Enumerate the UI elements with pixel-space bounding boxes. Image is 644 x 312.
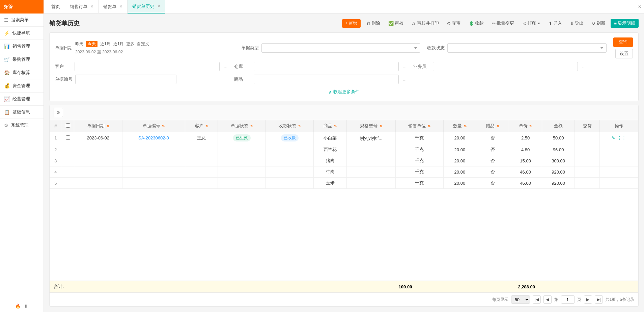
collapse-button[interactable]: ∧ 收起更多条件 — [55, 87, 633, 96]
sidebar-item-sales-mgmt[interactable]: 📊 销售管理 — [0, 40, 44, 53]
next-page-button[interactable]: ▶ — [584, 295, 592, 304]
quantity-sort-icon: ⇅ — [464, 124, 467, 128]
doc-num-cell[interactable] — [122, 144, 185, 155]
col-quantity[interactable]: 数量 ⇅ — [443, 120, 476, 132]
col-gift[interactable]: 赠品 ⇅ — [476, 120, 509, 132]
col-customer[interactable]: 客户 ⇅ — [185, 120, 218, 132]
customer-ellipsis[interactable]: ... — [224, 64, 227, 69]
doc-num-cell[interactable] — [122, 155, 185, 166]
row-num-cell: 5 — [50, 178, 62, 189]
sidebar-item-purchase-mgmt[interactable]: 🛒 采购管理 — [0, 53, 44, 66]
date-range-text: 2023-06-02 至 2023-06-02 — [75, 49, 149, 55]
doc-num-input[interactable] — [75, 75, 176, 84]
week-link[interactable]: 近1周 — [100, 41, 111, 47]
collect-button[interactable]: 💲 收款 — [466, 19, 486, 28]
footer-icon1[interactable]: 🔥 — [15, 304, 21, 309]
per-page-select[interactable]: 50 100 200 — [511, 295, 530, 304]
abandon-button[interactable]: ⊘ 弃审 — [444, 19, 463, 28]
today-link[interactable]: 今天 — [86, 41, 97, 47]
close-sales-goods-tab[interactable]: ✕ — [119, 4, 122, 9]
table-row: 4牛肉千克20.00否46.00920.00 — [50, 166, 638, 178]
export-button[interactable]: ⬇ 导出 — [567, 19, 586, 28]
row-num-cell: 4 — [50, 166, 62, 178]
doc-num-cell[interactable]: SA-20230602-0 — [122, 132, 185, 144]
sidebar-item-label: 搜索菜单 — [11, 17, 29, 23]
batch-change-button[interactable]: ✏ 批量变更 — [489, 19, 517, 28]
prev-page-button[interactable]: ◀ — [543, 295, 552, 304]
audit-button[interactable]: ✅ 审核 — [386, 19, 406, 28]
last-page-button[interactable]: ▶| — [595, 295, 603, 304]
sidebar-item-sys-mgmt[interactable]: ⚙ 系统管理 — [0, 119, 44, 132]
warehouse-ellipsis[interactable]: ... — [403, 64, 407, 69]
salesman-input[interactable] — [433, 62, 578, 71]
goods-ellipsis[interactable]: ... — [403, 77, 407, 82]
table-settings-button[interactable]: ⚙ — [54, 108, 63, 117]
custom-link[interactable]: 自定义 — [137, 41, 149, 47]
import-button[interactable]: ⬆ 导入 — [546, 19, 565, 28]
row-checkbox[interactable] — [66, 135, 70, 140]
col-spec[interactable]: 规格型号 ⇅ — [346, 120, 395, 132]
yesterday-link[interactable]: 昨天 — [75, 41, 83, 47]
sidebar-item-quick-nav[interactable]: ⚡ 快捷导航 — [0, 27, 44, 40]
doc-status-sort-icon: ⇅ — [250, 124, 253, 128]
col-doc-status-label: 单据状态 — [231, 123, 248, 128]
footer-icon2[interactable]: ⏸ — [24, 304, 28, 309]
customer-input[interactable] — [75, 62, 220, 71]
sidebar-item-operations[interactable]: 📈 经营管理 — [0, 93, 44, 106]
close-all-tabs[interactable]: ✕ — [638, 4, 641, 9]
col-doc-status[interactable]: 单据状态 ⇅ — [218, 120, 266, 132]
col-payment-status[interactable]: 收款状态 ⇅ — [266, 120, 314, 132]
doc-type-select[interactable] — [261, 43, 421, 53]
display-detail-button[interactable]: ≡ 显示明细 — [611, 19, 639, 28]
page-input[interactable] — [561, 295, 575, 304]
transaction-cell — [575, 166, 600, 178]
row-checkbox-cell — [62, 166, 74, 178]
goods-input[interactable] — [254, 75, 399, 84]
more-action-btn[interactable]: ⋮⋮ — [617, 135, 626, 140]
sidebar-item-inventory[interactable]: 🏠 库存核算 — [0, 66, 44, 79]
tab-sales-goods-history[interactable]: 销货单历史 ✕ — [128, 0, 165, 14]
first-page-button[interactable]: |◀ — [533, 295, 541, 304]
select-all-checkbox[interactable] — [66, 123, 70, 128]
customer-sort-icon: ⇅ — [205, 124, 208, 128]
settings-button[interactable]: 设置 — [615, 49, 633, 58]
month-link[interactable]: 近1月 — [113, 41, 124, 47]
unit-cell: 千克 — [395, 144, 443, 155]
col-unit[interactable]: 销售单位 ⇅ — [395, 120, 443, 132]
print-button[interactable]: 🖨 打印 ▼ — [520, 19, 543, 28]
table-wrapper: # 单据日期 ⇅ 单据编号 ⇅ — [50, 120, 638, 281]
col-price[interactable]: 单价 ⇅ — [509, 120, 542, 132]
tab-sales-goods[interactable]: 销货单 ✕ — [99, 0, 128, 14]
total-row: 100.00 2,286.00 — [74, 284, 634, 289]
doc-num-cell[interactable] — [122, 178, 185, 189]
audit-print-button[interactable]: 🖨 审核并打印 — [409, 19, 442, 28]
sidebar-item-finance[interactable]: 💰 资金管理 — [0, 79, 44, 93]
more-link[interactable]: 更多 — [126, 41, 134, 47]
sidebar-item-label: 库存核算 — [12, 70, 30, 76]
quick-nav-icon: ⚡ — [4, 30, 10, 36]
sidebar-item-basic-info[interactable]: 📋 基础信息 — [0, 106, 44, 119]
col-doc-num[interactable]: 单据编号 ⇅ — [122, 120, 185, 132]
close-sales-order-tab[interactable]: ✕ — [90, 4, 93, 9]
payment-status-select[interactable] — [447, 43, 607, 53]
doc-num-link[interactable]: SA-20230602-0 — [138, 135, 169, 140]
salesman-ellipsis[interactable]: ... — [582, 64, 586, 69]
col-goods[interactable]: 商品 ⇅ — [314, 120, 346, 132]
filter-payment-status: 收款状态 — [427, 43, 607, 53]
tab-sales-order[interactable]: 销售订单 ✕ — [65, 0, 99, 14]
sidebar-item-search-menu[interactable]: ☰ 搜索菜单 — [0, 14, 44, 27]
doc-num-cell[interactable] — [122, 166, 185, 178]
new-button[interactable]: + 新增 — [342, 19, 360, 28]
tab-home[interactable]: 首页 — [47, 0, 65, 14]
col-date[interactable]: 单据日期 ⇅ — [74, 120, 122, 132]
filter-customer: 客户 ... — [55, 62, 227, 71]
edit-action-btn[interactable]: ✎ — [612, 135, 615, 140]
collect-icon: 💲 — [469, 21, 474, 26]
col-gift-label: 赠品 — [486, 123, 495, 128]
refresh-button[interactable]: ↺ 刷新 — [589, 19, 608, 28]
sidebar-footer: 🔥 ⏸ — [0, 300, 44, 312]
warehouse-input[interactable] — [254, 62, 399, 71]
query-button[interactable]: 查询 — [613, 37, 633, 47]
delete-button[interactable]: 🗑 删除 — [363, 19, 383, 28]
close-history-tab[interactable]: ✕ — [157, 4, 160, 8]
